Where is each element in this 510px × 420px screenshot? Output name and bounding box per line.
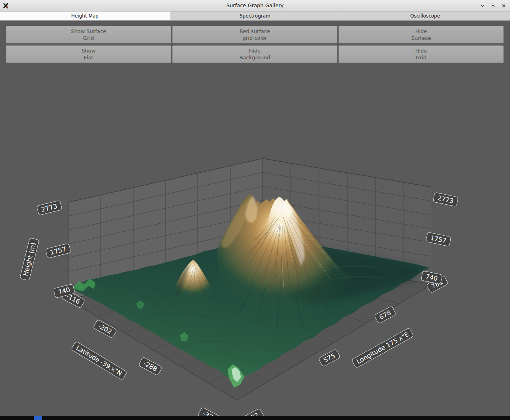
hide-background-button[interactable]: Hide Background <box>172 45 337 63</box>
tab-oscilloscope[interactable]: Oscilloscope <box>340 12 510 20</box>
button-label: Show <box>82 47 95 54</box>
chevron-down-icon <box>480 3 485 8</box>
button-label: Hide <box>415 28 427 35</box>
button-label: Red surface <box>239 28 270 35</box>
taskbar-strip <box>0 416 510 420</box>
chevron-up-icon <box>491 3 496 8</box>
window-title: Surface Graph Gallery <box>0 0 510 11</box>
show-flat-button[interactable]: Show Flat <box>6 45 171 63</box>
titlebar[interactable]: Surface Graph Gallery <box>0 0 510 12</box>
app-window: Surface Graph Gallery Height Map Spectro… <box>0 0 510 416</box>
red-surface-grid-color-button[interactable]: Red surface grid color <box>172 26 337 43</box>
taskbar-icon[interactable] <box>34 416 42 420</box>
surface-controls: Show Surface Grid Red surface grid color… <box>6 26 504 63</box>
close-button[interactable] <box>500 2 507 9</box>
hide-grid-button[interactable]: Hide Grid <box>339 45 504 63</box>
button-label: Hide <box>415 47 427 54</box>
shade-button[interactable] <box>479 2 485 9</box>
show-surface-grid-button[interactable]: Show Surface Grid <box>6 26 171 43</box>
close-icon <box>501 3 506 8</box>
button-label: Background <box>239 54 271 61</box>
button-label: Surface <box>411 35 431 41</box>
button-label: grid color <box>243 35 267 41</box>
maximize-button[interactable] <box>490 2 496 9</box>
button-label: Flat <box>84 54 93 61</box>
tab-spectrogram[interactable]: Spectrogram <box>170 12 341 20</box>
button-label: Show Surface <box>71 28 106 35</box>
hide-surface-button[interactable]: Hide Surface <box>339 26 504 43</box>
tab-height-map[interactable]: Height Map <box>0 12 170 20</box>
tab-bar: Height Map Spectrogram Oscilloscope <box>0 12 510 21</box>
button-label: Hide <box>249 47 261 54</box>
button-label: Grid <box>83 35 94 41</box>
button-label: Grid <box>416 54 426 61</box>
